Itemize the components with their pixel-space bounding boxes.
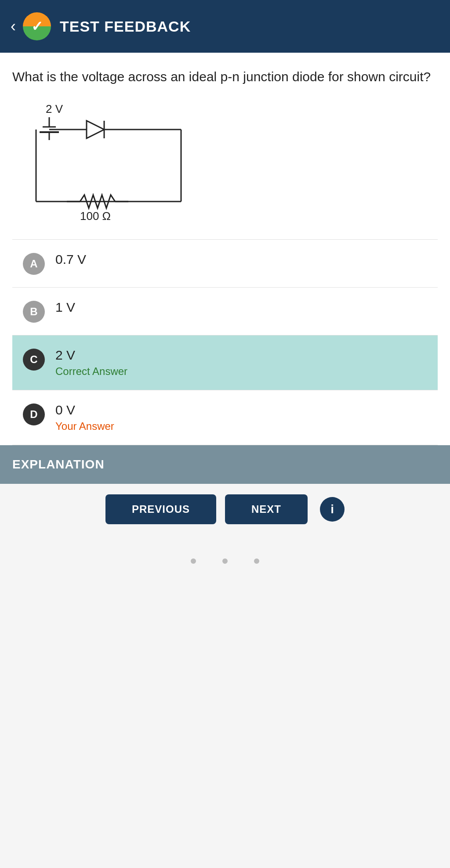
option-c-label: 2 V — [55, 348, 127, 363]
svg-marker-12 — [87, 121, 104, 138]
back-button[interactable]: ‹ — [11, 18, 16, 34]
option-b-content: 1 V — [55, 300, 75, 315]
previous-button[interactable]: PREVIOUS — [105, 494, 216, 524]
question-text: What is the voltage across an ideal p-n … — [12, 67, 438, 86]
circuit-diagram: 2 V — [23, 101, 438, 225]
svg-text:100 Ω: 100 Ω — [80, 209, 111, 223]
option-c-row[interactable]: C 2 V Correct Answer — [12, 335, 438, 390]
bottom-navigation: PREVIOUS NEXT i — [0, 484, 450, 535]
nav-dot-1 — [191, 558, 196, 564]
option-a-circle: A — [23, 253, 45, 275]
option-a-label: 0.7 V — [55, 252, 86, 267]
options-list: A 0.7 V B 1 V C 2 V Correct Answer — [12, 239, 438, 445]
explanation-section: EXPLANATION — [0, 445, 450, 484]
nav-dot-2 — [222, 558, 228, 564]
page-title: TEST FEEDBACK — [60, 18, 191, 35]
option-a-content: 0.7 V — [55, 252, 86, 267]
option-c-content: 2 V Correct Answer — [55, 348, 127, 378]
option-d-circle: D — [23, 403, 45, 425]
option-a-row[interactable]: A 0.7 V — [12, 240, 438, 288]
option-d-label: 0 V — [55, 403, 114, 418]
logo-check-icon: ✓ — [31, 18, 43, 35]
header: ‹ ✓ TEST FEEDBACK — [0, 0, 450, 53]
correct-answer-badge: Correct Answer — [55, 365, 127, 378]
option-b-row[interactable]: B 1 V — [12, 288, 438, 335]
option-c-circle: C — [23, 349, 45, 371]
option-d-content: 0 V Your Answer — [55, 403, 114, 432]
main-content: What is the voltage across an ideal p-n … — [0, 53, 450, 445]
bottom-bar — [0, 535, 450, 587]
explanation-title: EXPLANATION — [12, 457, 105, 471]
svg-text:2 V: 2 V — [46, 102, 63, 115]
option-b-circle: B — [23, 301, 45, 323]
info-button[interactable]: i — [320, 497, 345, 522]
app-logo: ✓ — [23, 12, 51, 40]
nav-dot-3 — [254, 558, 259, 564]
option-d-row[interactable]: D 0 V Your Answer — [12, 390, 438, 445]
option-b-label: 1 V — [55, 300, 75, 315]
your-answer-badge: Your Answer — [55, 420, 114, 432]
next-button[interactable]: NEXT — [225, 494, 308, 524]
